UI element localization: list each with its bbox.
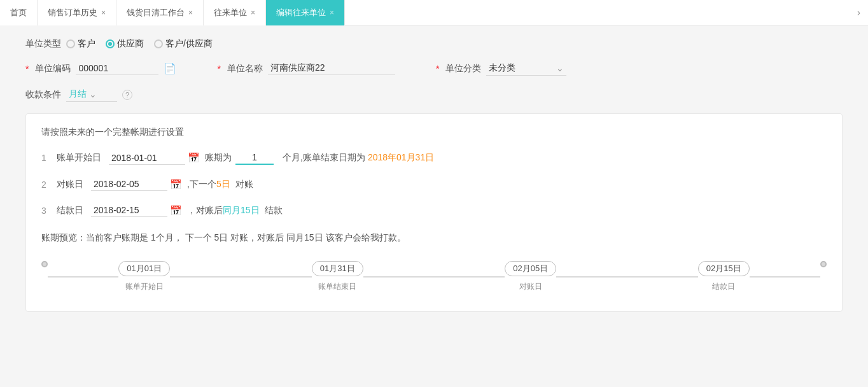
setting-row-2: 2 对账日 📅 ,下一个 5日 对账 — [41, 178, 827, 191]
unit-code-label: 单位编码 — [35, 63, 71, 74]
tl-line-3 — [556, 276, 698, 278]
unit-name-label: 单位名称 — [227, 63, 263, 74]
radio-both-label: 客户/供应商 — [165, 38, 213, 50]
radio-customer[interactable]: 客户 — [66, 38, 95, 50]
tab-home[interactable]: 首页 — [0, 0, 38, 25]
radio-supplier-label: 供应商 — [117, 38, 144, 50]
preview-suffix: 该客户会给我打款。 — [326, 232, 406, 243]
tl-node-end — [820, 261, 827, 272]
tab-edit-partner[interactable]: 编辑往来单位 × — [266, 0, 345, 25]
payment-term-select[interactable]: 月结 ⌄ — [66, 87, 117, 102]
tl-node-4: 02月15日 结款日 — [698, 261, 750, 292]
preview-text1: 下一个 — [185, 232, 212, 243]
radio-both[interactable]: 客户/供应商 — [154, 38, 213, 50]
chevron-down-icon: ⌄ — [556, 63, 564, 73]
help-icon[interactable]: ? — [122, 90, 132, 100]
timeline: 01月01日 账单开始日 01月31日 账单结束日 02月05日 对账日 02月… — [41, 261, 827, 299]
unit-name-input[interactable] — [268, 62, 395, 75]
tl-dot-0 — [41, 261, 48, 267]
unit-code-icon[interactable]: 📄 — [164, 62, 176, 74]
unit-type-radio-group: 客户 供应商 客户/供应商 — [66, 38, 213, 50]
radio-supplier-circle — [106, 39, 115, 48]
tab-cash-work-label: 钱货日清工作台 — [127, 7, 185, 18]
tab-partner-close[interactable]: × — [251, 8, 255, 17]
tl-pill-1: 01月01日 — [118, 261, 170, 276]
unit-category-select[interactable]: 未分类 ⌄ — [486, 61, 566, 76]
preview-highlight1: 1个月， — [151, 232, 183, 243]
calendar-icon-2[interactable]: 📅 — [170, 179, 182, 190]
tl-line-1 — [170, 276, 312, 278]
setting-note-prefix-2: ,下一个 — [187, 179, 216, 190]
preview-highlight2: 5日 — [214, 232, 228, 243]
setting-highlight-1: 2018年01月31日 — [368, 152, 434, 164]
setting-index-3: 3 — [41, 206, 57, 216]
tab-edit-partner-close[interactable]: × — [330, 8, 334, 17]
unit-type-row: 单位类型 客户 供应商 客户/供应商 — [25, 38, 843, 50]
unit-name-field: * 单位名称 — [217, 62, 395, 75]
setting-note-suffix-2: 对账 — [235, 179, 253, 190]
setting-suffix-after-1: 个月,账单结束日期为 — [283, 152, 365, 164]
setting-note-highlight-3: 同月15日 — [223, 205, 260, 216]
setting-label-3: 结款日 — [57, 205, 83, 216]
period-input[interactable] — [235, 151, 274, 165]
tl-pill-4: 02月15日 — [698, 261, 750, 276]
setting-row-3: 3 结款日 📅 ，对账后 同月15日 结款 — [41, 204, 827, 217]
setting-date-1[interactable] — [109, 151, 185, 165]
unit-category-field: * 单位分类 未分类 ⌄ — [436, 61, 566, 76]
unit-info-row: * 单位编码 📄 * 单位名称 * 单位分类 未分类 ⌄ — [25, 61, 843, 76]
chevron-down-icon-payment: ⌄ — [89, 89, 97, 99]
tl-line-0 — [48, 276, 118, 278]
tl-node-2: 01月31日 账单结束日 — [312, 261, 363, 292]
setting-date-3[interactable] — [91, 204, 167, 217]
radio-supplier-dot — [108, 42, 112, 46]
tl-node-1: 01月01日 账单开始日 — [118, 261, 170, 292]
radio-customer-circle — [66, 39, 75, 48]
unit-type-field: 单位类型 客户 供应商 客户/供应商 — [25, 38, 213, 50]
tab-cash-work-close[interactable]: × — [188, 8, 193, 17]
setting-date-2[interactable] — [91, 178, 167, 191]
tl-node-3: 02月05日 对账日 — [505, 261, 556, 292]
payment-term-value: 月结 — [69, 88, 87, 100]
payment-term-field: 收款条件 月结 ⌄ ? — [25, 87, 132, 102]
settings-box: 请按照未来的一个完整帐期进行设置 1 账单开始日 📅 账期为 个月,账单结束日期… — [25, 113, 843, 312]
setting-label-1: 账单开始日 — [57, 152, 101, 164]
setting-index-2: 2 — [41, 179, 57, 190]
tab-edit-partner-label: 编辑往来单位 — [276, 7, 326, 18]
unit-category-value: 未分类 — [489, 62, 515, 74]
calendar-icon-1[interactable]: 📅 — [188, 152, 200, 164]
setting-note-suffix-3: 结款 — [265, 205, 283, 216]
tl-line-4 — [750, 276, 820, 278]
setting-index-1: 1 — [41, 153, 57, 163]
tab-sales-order-history-close[interactable]: × — [101, 8, 106, 17]
setting-note-highlight-2: 5日 — [216, 179, 230, 190]
unit-code-input[interactable] — [76, 62, 158, 75]
radio-supplier[interactable]: 供应商 — [106, 38, 144, 50]
unit-code-field: * 单位编码 📄 — [25, 62, 176, 75]
payment-term-label: 收款条件 — [25, 89, 61, 101]
unit-code-required: * — [25, 64, 30, 74]
tl-sub-3: 对账日 — [519, 281, 542, 292]
tl-line-2 — [363, 276, 505, 278]
payment-term-row: 收款条件 月结 ⌄ ? — [25, 87, 843, 102]
tab-home-label: 首页 — [10, 7, 27, 18]
tl-sub-4: 结款日 — [712, 281, 735, 292]
tl-node-0 — [41, 261, 48, 272]
setting-suffix-before-1: 账期为 — [205, 152, 232, 164]
tabs-bar: 首页 销售订单历史 × 钱货日清工作台 × 往来单位 × 编辑往来单位 × › — [0, 0, 868, 25]
tl-sub-2: 账单结束日 — [318, 281, 356, 292]
tab-cash-work[interactable]: 钱货日清工作台 × — [116, 0, 204, 25]
calendar-icon-3[interactable]: 📅 — [170, 205, 182, 216]
tab-sales-order-history[interactable]: 销售订单历史 × — [38, 0, 116, 25]
setting-row-1: 1 账单开始日 📅 账期为 个月,账单结束日期为 2018年01月31日 — [41, 151, 827, 165]
preview-section: 账期预览：当前客户账期是 1个月， 下一个 5日 对账，对账后 同月15日 该客… — [41, 230, 827, 246]
preview-text2: 对账，对账后 — [230, 232, 284, 243]
setting-note-prefix-3: ，对账后 — [187, 205, 223, 216]
setting-label-2: 对账日 — [57, 179, 83, 190]
unit-type-label: 单位类型 — [25, 38, 61, 50]
tab-partner[interactable]: 往来单位 × — [204, 0, 266, 25]
preview-prefix: 账期预览：当前客户账期是 — [41, 232, 148, 243]
tl-pill-3: 02月05日 — [505, 261, 556, 276]
tab-expand-btn[interactable]: › — [850, 0, 868, 25]
unit-name-required: * — [217, 64, 221, 74]
tl-dot-end — [820, 261, 827, 267]
